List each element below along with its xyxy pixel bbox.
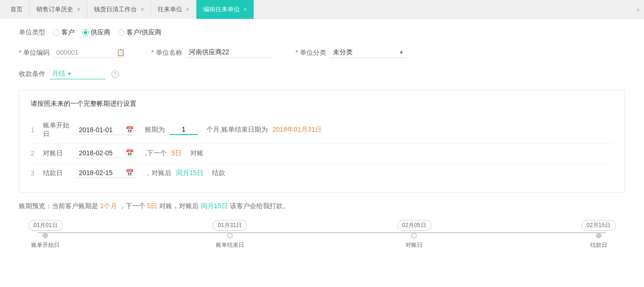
period-cal-icon-3[interactable]: 📅 (126, 169, 134, 177)
unit-class-select[interactable]: 未分类 ▾ (330, 47, 406, 58)
period-date-2[interactable] (79, 149, 124, 157)
tabs-bar: 首页 销售订单历史 × 钱货日清工作台 × 往来单位 × 编辑往来单位 × › (0, 0, 644, 19)
radio-customer-label: 客户 (61, 28, 75, 37)
tl-badge-1: 01月01日 (28, 220, 63, 231)
unit-info-row: 单位编码 📋 单位名称 单位分类 未分类 ▾ (19, 47, 625, 58)
radio-group: 客户 供应商 客户/供应商 (53, 28, 161, 37)
tab-counterpart-close[interactable]: × (186, 7, 189, 12)
radio-customer-circle (53, 29, 59, 36)
unit-class-chevron: ▾ (400, 49, 403, 56)
payment-row: 收款条件 月结 ▾ ? (19, 68, 625, 79)
tl-badge-4: 02月15日 (581, 220, 616, 231)
tl-badge-3: 02月05日 (397, 220, 432, 231)
unit-name-input-wrapper (186, 48, 271, 58)
period-desc-before-1: 账期为 (145, 126, 165, 134)
unit-type-row: 单位类型 客户 供应商 客户/供应商 (19, 28, 625, 37)
period-row-2: 2 对账日 📅 ,下一个 5日 对账 (31, 144, 613, 163)
period-desc-after-1: 个月,账单结束日期为 (206, 126, 268, 134)
period-date-input-1: 📅 (76, 125, 136, 135)
tl-dot-1 (42, 233, 48, 238)
payment-group: 收款条件 月结 ▾ ? (19, 68, 119, 79)
tabs-arrow[interactable]: › (632, 5, 644, 14)
period-3-highlight: 同月15日 (176, 169, 203, 177)
timeline-point-3: 02月05日 对账日 (397, 220, 432, 249)
period-desc-3a: ，对账后 (145, 169, 171, 177)
radio-both-label: 客户/供应商 (127, 28, 161, 37)
tl-label-4: 结款日 (590, 241, 607, 249)
period-field-label-1: 账单开始日 (43, 121, 71, 138)
period-field-label-3: 结款日 (43, 169, 71, 177)
preview-part1: 1个月 (100, 202, 117, 210)
period-desc-2b: 对账 (190, 149, 203, 158)
unit-name-label: 单位名称 (151, 49, 182, 57)
tab-edit-counterpart[interactable]: 编辑往来单位 × (196, 0, 254, 19)
unit-class-value: 未分类 (333, 48, 353, 57)
tab-edit-counterpart-label: 编辑往来单位 (203, 5, 240, 14)
preview-part3: 同月15日 (201, 202, 228, 210)
preview-sep1: ，下一个 (119, 202, 145, 210)
unit-code-icon[interactable]: 📋 (115, 49, 127, 56)
preview-part2: 5日 (147, 202, 157, 210)
preview-end: 该客户会给我打款。 (230, 202, 289, 210)
unit-code-input[interactable] (53, 48, 115, 57)
unit-name-input[interactable] (186, 48, 271, 57)
tab-cash-work-close[interactable]: × (141, 7, 144, 12)
tab-edit-counterpart-close[interactable]: × (244, 7, 247, 12)
period-row-3: 3 结款日 📅 ，对账后 同月15日 结款 (31, 163, 613, 183)
period-date-input-3: 📅 (76, 168, 136, 178)
tab-sales-history-close[interactable]: × (77, 7, 80, 12)
radio-supplier-label: 供应商 (91, 28, 110, 37)
tl-label-1: 账单开始日 (31, 241, 59, 249)
period-cal-icon-2[interactable]: 📅 (126, 149, 134, 157)
period-title: 请按照未来的一个完整帐期进行设置 (31, 100, 613, 108)
tab-home[interactable]: 首页 (4, 0, 30, 19)
unit-code-label: 单位编码 (19, 49, 50, 57)
payment-select[interactable]: 月结 ▾ (49, 68, 106, 79)
preview-sep2: 对账，对账后 (159, 202, 199, 210)
period-date-input-2: 📅 (76, 148, 136, 158)
radio-customer[interactable]: 客户 (53, 28, 75, 37)
period-desc-3b: 结款 (212, 169, 225, 177)
timeline-point-4: 02月15日 结款日 (581, 220, 616, 249)
period-months-input[interactable] (169, 125, 198, 135)
payment-label: 收款条件 (19, 70, 45, 78)
preview-text: 账期预览：当前客户账期是 1个月 ，下一个 5日 对账，对账后 同月15日 该客… (19, 202, 625, 211)
period-field-label-2: 对账日 (43, 149, 71, 158)
period-box: 请按照未来的一个完整帐期进行设置 1 账单开始日 📅 账期为 个月,账单结束日期… (19, 90, 625, 193)
unit-code-group: 单位编码 📋 (19, 48, 127, 58)
period-date-1[interactable] (79, 126, 124, 134)
radio-supplier-circle (82, 29, 89, 36)
unit-type-group: 单位类型 客户 供应商 客户/供应商 (19, 28, 161, 37)
unit-type-label: 单位类型 (19, 28, 45, 37)
tab-cash-work[interactable]: 钱货日清工作台 × (87, 0, 151, 19)
period-desc-2a: ,下一个 (145, 149, 167, 158)
unit-code-input-wrapper: 📋 (53, 48, 127, 58)
tab-sales-history-label: 销售订单历史 (36, 5, 73, 14)
period-2-highlight: 5日 (171, 149, 182, 158)
tab-counterpart-label: 往来单位 (158, 5, 182, 14)
tl-dot-3 (411, 233, 417, 238)
tab-home-label: 首页 (10, 5, 23, 14)
tl-label-2: 账单结束日 (216, 241, 244, 249)
radio-both[interactable]: 客户/供应商 (118, 28, 161, 37)
tl-label-3: 对账日 (406, 241, 423, 249)
radio-both-circle (118, 29, 125, 36)
preview-label: 账期预览：当前客户账期是 (19, 202, 98, 210)
radio-supplier[interactable]: 供应商 (82, 28, 110, 37)
tab-sales-history[interactable]: 销售订单历史 × (30, 0, 87, 19)
tl-badge-2: 01月31日 (212, 220, 247, 231)
timeline-points: 01月01日 账单开始日 01月31日 账单结束日 02月05日 对账日 02月… (28, 220, 616, 249)
payment-chevron: ▾ (68, 70, 71, 77)
tl-dot-4 (596, 233, 602, 238)
timeline-point-2: 01月31日 账单结束日 (212, 220, 247, 249)
period-num-2: 2 (31, 150, 38, 157)
tab-counterpart[interactable]: 往来单位 × (151, 0, 196, 19)
content-area: 单位类型 客户 供应商 客户/供应商 单位编码 (0, 19, 644, 287)
tl-dot-2 (227, 233, 233, 238)
period-cal-icon-1[interactable]: 📅 (126, 126, 134, 134)
tab-cash-work-label: 钱货日清工作台 (94, 5, 137, 14)
period-end-date-highlight: 2018年01月31日 (272, 126, 322, 134)
payment-help-icon[interactable]: ? (111, 70, 119, 78)
unit-class-label: 单位分类 (296, 49, 326, 57)
period-date-3[interactable] (79, 169, 124, 177)
